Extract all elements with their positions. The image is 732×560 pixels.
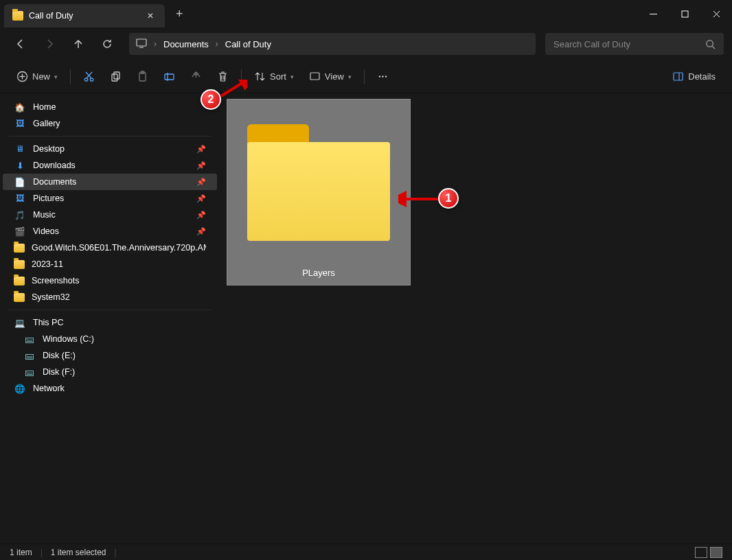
rename-button[interactable] [157, 65, 182, 89]
share-icon [190, 71, 202, 82]
svg-rect-16 [114, 72, 119, 79]
pin-icon: 📌 [196, 194, 206, 203]
sidebar-thispc[interactable]: 💻This PC [3, 314, 217, 331]
documents-icon: 📄 [14, 176, 26, 187]
thumbnails-view-toggle[interactable] [710, 547, 722, 558]
pin-icon: 📌 [196, 161, 206, 170]
svg-point-11 [84, 78, 87, 81]
breadcrumb-documents[interactable]: Documents [163, 39, 209, 49]
sidebar-disk-e[interactable]: 🖴Disk (E:) [3, 347, 217, 364]
more-button[interactable] [370, 65, 396, 89]
annotation-badge-2: 2 [201, 89, 221, 110]
sidebar-desktop[interactable]: 🖥Desktop📌 [3, 141, 217, 157]
svg-point-12 [90, 78, 93, 81]
sidebar-2023-11[interactable]: 2023-11 [3, 256, 217, 272]
paste-button[interactable] [130, 65, 155, 89]
sidebar-videos[interactable]: 🎬Videos📌 [3, 223, 217, 240]
pictures-icon: 🖼 [14, 193, 26, 204]
svg-line-30 [221, 82, 243, 96]
network-icon: 🌐 [14, 383, 26, 394]
sort-button[interactable]: Sort▾ [247, 65, 301, 89]
sidebar-pictures[interactable]: 🖼Pictures📌 [3, 190, 217, 207]
pc-icon: 💻 [14, 317, 26, 328]
up-button[interactable] [66, 33, 91, 55]
sidebar-documents[interactable]: 📄Documents📌 [3, 174, 217, 190]
copy-button[interactable] [103, 65, 128, 89]
svg-rect-4 [137, 39, 146, 46]
sidebar-downloads[interactable]: ⬇Downloads📌 [3, 157, 217, 174]
copy-icon [110, 71, 122, 82]
folder-icon [14, 277, 25, 285]
details-pane-button[interactable]: Details [665, 65, 722, 89]
folder-icon [14, 244, 25, 253]
annotation-arrow-2 [217, 80, 247, 100]
content-area[interactable]: PLayers [220, 93, 732, 544]
folder-item-players[interactable]: PLayers [227, 99, 411, 285]
share-button[interactable] [183, 65, 209, 89]
disk-icon: 🖴 [23, 350, 36, 361]
rename-icon [163, 71, 175, 82]
new-tab-button[interactable]: + [165, 7, 194, 21]
view-button[interactable]: View▾ [302, 65, 358, 89]
view-icon [309, 71, 321, 82]
new-button[interactable]: New▾ [10, 65, 65, 89]
address-bar[interactable]: › Documents › Call of Duty [129, 33, 536, 55]
status-count: 1 item [10, 548, 32, 557]
svg-rect-15 [112, 74, 117, 81]
status-bar: 1 item | 1 item selected | [0, 544, 732, 560]
sidebar-gallery[interactable]: 🖼Gallery [3, 115, 217, 132]
nav-bar: › Documents › Call of Duty [0, 27, 732, 60]
back-button[interactable] [8, 33, 33, 55]
svg-line-14 [86, 72, 91, 78]
disk-icon: 🖴 [23, 366, 36, 377]
svg-point-6 [707, 40, 713, 46]
sidebar-network[interactable]: 🌐Network [3, 380, 217, 397]
desktop-icon: 🖥 [14, 143, 26, 154]
pin-icon: 📌 [196, 145, 206, 154]
close-button[interactable] [700, 0, 732, 27]
tab-close-icon[interactable]: ✕ [144, 11, 157, 21]
search-box[interactable] [545, 33, 724, 55]
cut-icon [83, 71, 95, 82]
breadcrumb-callofduty[interactable]: Call of Duty [225, 39, 271, 49]
pin-icon: 📌 [196, 211, 206, 220]
home-icon: 🏠 [14, 102, 26, 113]
gallery-icon: 🖼 [14, 118, 26, 129]
svg-rect-25 [674, 73, 683, 80]
cut-button[interactable] [76, 65, 102, 89]
sidebar-home[interactable]: 🏠Home [3, 99, 217, 115]
details-view-toggle[interactable] [695, 547, 707, 558]
folder-icon [243, 124, 394, 241]
chevron-down-icon: ▾ [290, 73, 294, 80]
sidebar-system32[interactable]: System32 [3, 289, 217, 305]
svg-line-13 [87, 72, 92, 78]
forward-button[interactable] [37, 33, 62, 55]
svg-line-7 [712, 46, 715, 49]
svg-point-23 [382, 75, 383, 77]
minimize-button[interactable] [637, 0, 669, 27]
annotation-badge-1: 1 [438, 188, 459, 209]
sidebar-goodwitch[interactable]: Good.Witch.S06E01.The.Anniversary.720p.A… [3, 240, 217, 256]
nav-pane: 🏠Home 🖼Gallery 🖥Desktop📌 ⬇Downloads📌 📄Do… [0, 93, 220, 544]
sidebar-disk-f[interactable]: 🖴Disk (F:) [3, 364, 217, 380]
window-tab[interactable]: Call of Duty ✕ [4, 4, 165, 27]
chevron-down-icon: ▾ [54, 73, 58, 80]
details-icon [672, 71, 684, 82]
sidebar-music[interactable]: 🎵Music📌 [3, 207, 217, 223]
chevron-right-icon: › [216, 39, 218, 49]
folder-label: PLayers [302, 268, 335, 278]
maximize-button[interactable] [669, 0, 700, 27]
refresh-button[interactable] [95, 33, 119, 55]
folder-icon [12, 11, 23, 21]
sidebar-windows-c[interactable]: 🖴Windows (C:) [3, 331, 217, 347]
sort-icon [254, 71, 266, 82]
music-icon: 🎵 [14, 209, 26, 220]
sidebar-screenshots[interactable]: Screenshots [3, 272, 217, 289]
more-icon [377, 71, 389, 82]
folder-icon [14, 293, 25, 302]
pc-icon [136, 38, 147, 50]
pin-icon: 📌 [196, 178, 206, 187]
search-input[interactable] [553, 39, 705, 49]
disk-icon: 🖴 [23, 334, 36, 345]
svg-rect-19 [165, 74, 174, 80]
